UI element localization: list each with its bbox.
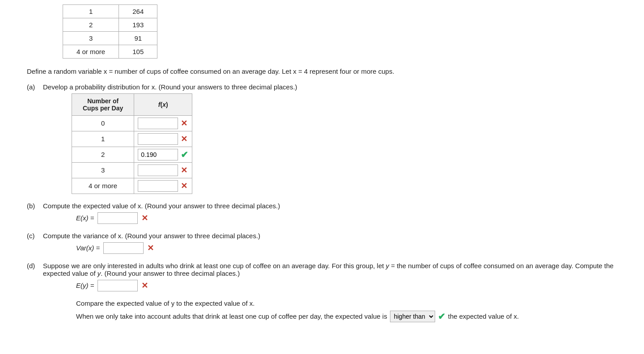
prob-row-input-group-4: ✕	[138, 180, 188, 192]
prob-row-input-cell-1: ✕	[134, 131, 192, 147]
part-d-text: Suppose we are only interested in adults…	[43, 262, 617, 277]
part-a-block: (a) Develop a probability distribution f…	[27, 83, 617, 194]
part-b-text: Compute the expected value of x. (Round …	[43, 202, 280, 210]
prob-row-input-cell-0: ✕	[134, 115, 192, 131]
prob-row-input-cell-4: ✕	[134, 178, 192, 194]
prob-row-input-1[interactable]	[138, 133, 178, 145]
part-b-input[interactable]	[97, 212, 138, 224]
part-c-answer-row: Var(x) = ✕	[76, 242, 617, 254]
part-b-header: (b) Compute the expected value of x. (Ro…	[27, 202, 617, 210]
top-table-value: 193	[119, 18, 157, 32]
part-c-label: (c)	[27, 232, 39, 240]
part-b-eq-label: E(x) =	[76, 214, 94, 222]
part-b-label: (b)	[27, 202, 39, 210]
top-table-label: 3	[63, 32, 119, 45]
when-text-row: When we only take into account adults th…	[76, 311, 617, 322]
col-header-cups: Number ofCups per Day	[72, 93, 134, 115]
compare-text: Compare the expected value of y to the e…	[76, 299, 617, 307]
prob-row-input-group-3: ✕	[138, 164, 188, 176]
prob-row-label-4: 4 or more	[72, 178, 134, 194]
prob-table-row: 4 or more ✕	[72, 178, 192, 194]
prob-row-label-1: 1	[72, 131, 134, 147]
part-c-input[interactable]	[103, 242, 144, 254]
part-d-eq-label: E(y) =	[76, 282, 94, 289]
part-d-block: (d) Suppose we are only interested in ad…	[27, 262, 617, 291]
prob-table-row: 1 ✕	[72, 131, 192, 147]
prob-table-row: 0 ✕	[72, 115, 192, 131]
description-text: Define a random variable x = number of c…	[27, 67, 617, 77]
part-b-error-icon: ✕	[141, 213, 148, 223]
prob-row-error-icon-3: ✕	[181, 165, 187, 175]
prob-row-label-3: 3	[72, 162, 134, 178]
top-table-label: 2	[63, 18, 119, 32]
top-table-value: 105	[119, 45, 157, 59]
part-a-label: (a)	[27, 83, 39, 91]
part-c-header: (c) Compute the variance of x. (Round yo…	[27, 232, 617, 240]
prob-row-error-icon-0: ✕	[181, 118, 187, 128]
top-table-row: 391	[63, 32, 157, 45]
prob-table: Number ofCups per Day f(x) 0 ✕ 1 ✕	[72, 93, 192, 194]
prob-row-input-group-0: ✕	[138, 118, 188, 129]
prob-table-row: 2 ✔	[72, 147, 192, 162]
top-table-value: 264	[119, 5, 157, 18]
prob-row-input-cell-2: ✔	[134, 147, 192, 162]
page: 126421933914 or more105 Define a random …	[0, 0, 644, 354]
prob-row-input-3[interactable]	[138, 164, 178, 176]
part-a-header: (a) Develop a probability distribution f…	[27, 83, 617, 91]
part-d-label: (d)	[27, 262, 39, 277]
part-c-error-icon: ✕	[147, 243, 154, 253]
prob-row-label-0: 0	[72, 115, 134, 131]
when-text-suffix: the expected value of x.	[448, 312, 519, 320]
part-d-answer-row: E(y) = ✕	[76, 280, 617, 291]
comparison-dropdown[interactable]: higher thanlower thanequal to	[390, 311, 435, 322]
part-d-header: (d) Suppose we are only interested in ad…	[27, 262, 617, 277]
top-table-row: 4 or more105	[63, 45, 157, 59]
part-c-block: (c) Compute the variance of x. (Round yo…	[27, 232, 617, 254]
top-table-label: 4 or more	[63, 45, 119, 59]
part-b-block: (b) Compute the expected value of x. (Ro…	[27, 202, 617, 224]
col-header-fx: f(x)	[134, 93, 192, 115]
prob-table-row: 3 ✕	[72, 162, 192, 178]
prob-row-input-4[interactable]	[138, 180, 178, 192]
prob-row-error-icon-1: ✕	[181, 134, 187, 144]
part-b-answer-row: E(x) = ✕	[76, 212, 617, 224]
dropdown-check-icon: ✔	[438, 311, 445, 322]
top-table-value: 91	[119, 32, 157, 45]
part-d-input[interactable]	[97, 280, 138, 291]
prob-row-input-0[interactable]	[138, 118, 178, 129]
top-table-row: 1264	[63, 5, 157, 18]
when-text-prefix: When we only take into account adults th…	[76, 312, 387, 320]
top-table-row: 2193	[63, 18, 157, 32]
prob-row-input-group-2: ✔	[138, 149, 188, 160]
prob-row-check-icon-2: ✔	[181, 149, 188, 160]
prob-row-input-group-1: ✕	[138, 133, 188, 145]
part-a-text: Develop a probability distribution for x…	[43, 83, 297, 91]
prob-row-label-2: 2	[72, 147, 134, 162]
part-d-error-icon: ✕	[141, 281, 148, 291]
top-table-label: 1	[63, 5, 119, 18]
part-c-text: Compute the variance of x. (Round your a…	[43, 232, 260, 240]
part-c-eq-label: Var(x) =	[76, 244, 100, 252]
data-table: 126421933914 or more105	[63, 4, 157, 59]
prob-row-input-cell-3: ✕	[134, 162, 192, 178]
prob-row-input-2[interactable]	[138, 149, 178, 160]
prob-row-error-icon-4: ✕	[181, 181, 187, 191]
